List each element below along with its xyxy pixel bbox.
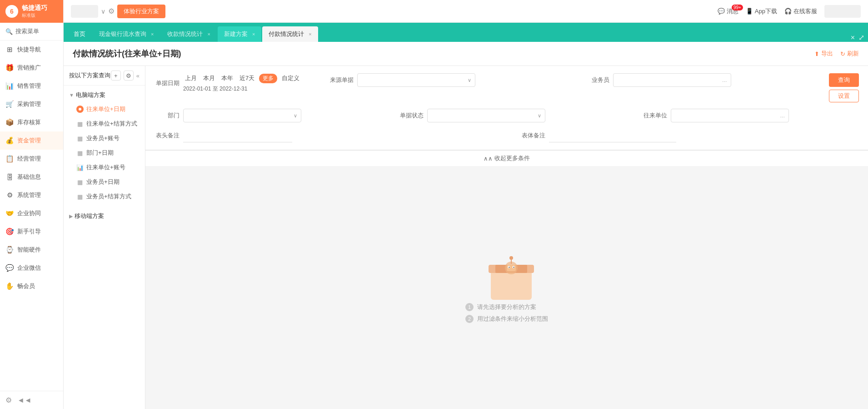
body-note-input[interactable] — [549, 129, 676, 142]
sidebar-item-system[interactable]: ⚙ 系统管理 — [0, 186, 63, 204]
tab-home-label: 首页 — [74, 30, 85, 38]
scheme-item-unit-date[interactable]: 往来单位+日期 — [64, 102, 145, 116]
sidebar-item-operation[interactable]: 📋 经营管理 — [0, 150, 63, 168]
sidebar-item-member[interactable]: ✋ 畅会员 — [0, 277, 63, 295]
close-all-tabs-btn[interactable]: × — [851, 34, 855, 42]
sidebar-item-basic[interactable]: 🗄 基础信息 — [0, 168, 63, 186]
quick-nav-icon: ⊞ — [5, 45, 14, 54]
table-icon: ▦ — [76, 149, 84, 157]
source-select[interactable]: ∨ — [357, 73, 475, 87]
sidebar-item-hardware[interactable]: ⌚ 智能硬件 — [0, 241, 63, 259]
tab-payment-stats-close[interactable]: × — [309, 31, 311, 37]
sidebar-item-wechat[interactable]: 💬 企业微信 — [0, 259, 63, 277]
tip-num-2: 2 — [465, 315, 474, 323]
query-btn[interactable]: 查询 — [829, 73, 859, 87]
empty-tip-1: 1 请先选择要分析的方案 — [465, 303, 548, 311]
date-range-display[interactable]: 2022-01-01 至 2022-12-31 — [183, 85, 301, 93]
staff-select-arrow: … — [722, 77, 727, 83]
tab-home[interactable]: 首页 — [67, 26, 92, 42]
scheme-item-label: 业务员+结算方式 — [86, 192, 131, 201]
sidebar-item-guide[interactable]: 🎯 新手引导 — [0, 222, 63, 241]
sidebar-item-inventory[interactable]: 📦 库存核算 — [0, 113, 63, 131]
scheme-item-staff-date[interactable]: ▦ 业务员+日期 — [64, 175, 145, 189]
quick-date-7days[interactable]: 近7天 — [238, 73, 256, 83]
content-area: 付款情况统计(往来单位+日期) ⬆ 导出 ↻ 刷新 按以下方案查询 + — [64, 42, 868, 409]
sidebar-item-quick-nav[interactable]: ⊞ 快捷导航 — [0, 40, 63, 59]
dept-select[interactable]: ∨ — [183, 109, 301, 122]
filter-area: 单据日期 上月 本月 本年 近7天 更多 自定义 20 — [145, 66, 868, 150]
header-note-input[interactable] — [183, 129, 292, 142]
quick-date-custom[interactable]: 自定义 — [280, 73, 301, 83]
hardware-icon: ⌚ — [5, 246, 14, 254]
sidebar-item-label: 营销推广 — [17, 64, 41, 72]
doc-status-select[interactable]: ∨ — [427, 109, 545, 122]
mobile-group-header[interactable]: ▶ 移动端方案 — [64, 209, 145, 223]
quick-date-buttons: 上月 本月 本年 近7天 更多 自定义 — [183, 73, 301, 83]
refresh-icon: ↻ — [840, 50, 845, 57]
desktop-group-header[interactable]: ▼ 电脑端方案 — [64, 88, 145, 102]
sidebar-item-label: 企业微信 — [17, 264, 41, 272]
table-icon: ▦ — [76, 135, 84, 142]
tab-new-scheme-close[interactable]: × — [252, 31, 255, 37]
scheme-item-dept-date[interactable]: ▦ 部门+日期 — [64, 146, 145, 160]
edit-scheme-btn[interactable]: ⚙ — [124, 71, 134, 81]
collapse-conditions-btn[interactable]: ∧∧ 收起更多条件 — [145, 150, 868, 166]
message-btn[interactable]: 💬 消息 99+ — [718, 7, 738, 15]
tabs-actions: × ⤢ — [851, 33, 864, 42]
export-btn[interactable]: ⬆ 导出 — [814, 50, 833, 58]
staff-select[interactable]: … — [613, 73, 731, 87]
sidebar-item-sales[interactable]: 📊 销售管理 — [0, 77, 63, 95]
sidebar: 6 畅捷通巧 标准版 🔍 搜索菜单 ⊞ 快捷导航 🎁 营销推广 📊 销售管理 🛒… — [0, 0, 64, 409]
sidebar-item-finance[interactable]: 💰 资金管理 — [0, 131, 63, 150]
tab-receipt-stats-close[interactable]: × — [207, 31, 210, 37]
refresh-btn[interactable]: ↻ 刷新 — [840, 50, 859, 58]
topbar-user-info[interactable] — [824, 5, 861, 18]
sidebar-item-marketing[interactable]: 🎁 营销推广 — [0, 59, 63, 77]
inventory-icon: 📦 — [5, 118, 14, 126]
scheme-item-staff-settle[interactable]: ▦ 业务员+结算方式 — [64, 189, 145, 204]
trial-btn[interactable]: 体验行业方案 — [117, 5, 165, 18]
main-layout: 按以下方案查询 + ⚙ « ▼ 电脑端方案 往来单位+日期 — [64, 66, 868, 409]
tab-receipt-stats[interactable]: 收款情况统计 × — [161, 26, 216, 42]
settings-btn[interactable]: 设置 — [829, 90, 859, 102]
table-icon: ▦ — [76, 178, 84, 186]
tab-new-scheme[interactable]: 新建方案 × — [218, 26, 261, 42]
sidebar-item-label: 库存核算 — [17, 118, 41, 126]
message-badge: 99+ — [732, 5, 743, 10]
svg-rect-0 — [491, 270, 532, 300]
quick-date-more-active[interactable]: 更多 — [259, 74, 277, 83]
app-download-btn[interactable]: 📱 App下载 — [746, 7, 777, 15]
add-scheme-btn[interactable]: + — [111, 71, 121, 81]
expand-tab-btn[interactable]: ⤢ — [858, 33, 864, 42]
tab-payment-stats[interactable]: 付款情况统计 × — [262, 26, 318, 42]
settings-footer-btn[interactable]: ⚙ — [5, 396, 12, 404]
sidebar-header: 6 畅捷通巧 标准版 — [0, 0, 63, 23]
scheme-item-staff-account[interactable]: ▦ 业务员+账号 — [64, 131, 145, 146]
sidebar-item-enterprise[interactable]: 🤝 企业协同 — [0, 204, 63, 222]
unit-label: 往来单位 — [642, 111, 667, 120]
quick-date-this-month[interactable]: 本月 — [201, 73, 217, 83]
brand-version: 标准版 — [22, 12, 47, 19]
collapse-sidebar-btn[interactable]: ◄◄ — [17, 396, 32, 404]
empty-tip-2: 2 用过滤条件来缩小分析范围 — [465, 315, 548, 323]
search-menu[interactable]: 🔍 搜索菜单 — [0, 23, 63, 40]
tip-num-1: 1 — [465, 303, 474, 311]
system-icon: ⚙ — [5, 191, 14, 199]
quick-date-this-year[interactable]: 本年 — [219, 73, 235, 83]
sidebar-item-purchase[interactable]: 🛒 采购管理 — [0, 95, 63, 113]
sidebar-item-label: 基础信息 — [17, 173, 41, 181]
unit-select[interactable]: … — [671, 109, 789, 122]
scheme-item-unit-account[interactable]: 📊 往来单位+账号 — [64, 160, 145, 175]
tab-bank-flow-close[interactable]: × — [151, 31, 154, 37]
scheme-item-label: 业务员+日期 — [86, 178, 120, 186]
topbar-dropdown-btn[interactable]: ∨ — [101, 8, 105, 15]
service-btn[interactable]: 🎧 在线客服 — [784, 7, 817, 15]
sidebar-item-label: 新手引导 — [17, 227, 41, 236]
scheme-item-unit-settle[interactable]: ▦ 往来单位+结算方式 — [64, 116, 145, 131]
topbar-settings-btn[interactable]: ⚙ — [108, 7, 115, 15]
tab-bank-flow[interactable]: 现金银行流水查询 × — [93, 26, 160, 42]
scheme-item-label: 部门+日期 — [86, 149, 114, 157]
sidebar-item-label: 资金管理 — [17, 136, 41, 145]
collapse-scheme-btn[interactable]: « — [136, 72, 140, 79]
quick-date-last-month[interactable]: 上月 — [183, 73, 199, 83]
